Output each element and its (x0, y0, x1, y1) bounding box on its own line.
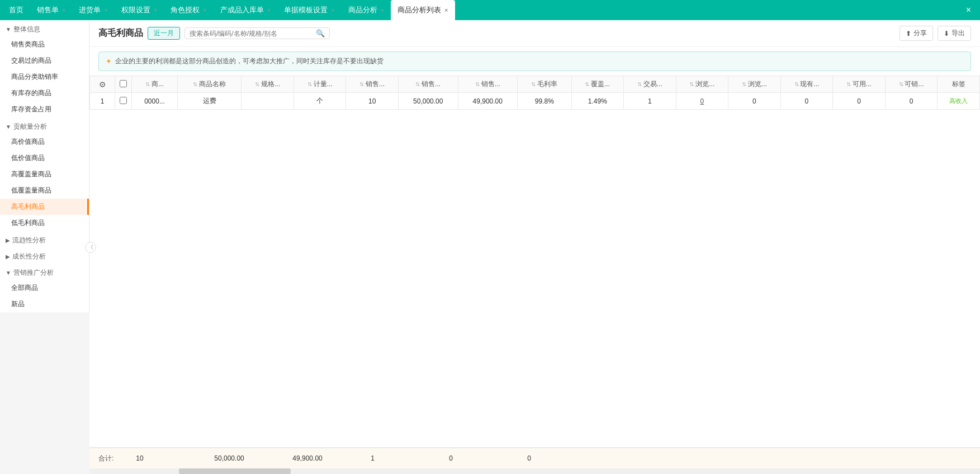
search-box: 🔍 (184, 27, 330, 39)
sidebar-item-traded-goods[interactable]: 交易过的商品 (0, 53, 89, 69)
sidebar-item-stock-fund[interactable]: 库存资金占用 (0, 101, 89, 118)
col-current-stock[interactable]: 现有... (780, 76, 833, 93)
nav-sales[interactable]: 销售单 × (30, 0, 72, 20)
select-all-checkbox[interactable] (120, 80, 127, 87)
content-title: 高毛利商品 (98, 27, 143, 39)
table-row: 1 0000... 运费 个 10 50,000.00 49,900.00 99… (90, 93, 980, 110)
search-input[interactable] (190, 30, 316, 37)
row-code: 0000... (132, 93, 177, 110)
nav-role[interactable]: 角色授权 × (164, 0, 213, 20)
col-browse2[interactable]: 浏览... (728, 76, 781, 93)
col-name[interactable]: 商品名称 (177, 76, 242, 93)
row-tag: 高收入 (938, 93, 980, 110)
nav-close-purchase[interactable]: × (104, 7, 107, 13)
nav-close-sales[interactable]: × (62, 7, 65, 13)
sidebar-item-in-stock[interactable]: 有库存的商品 (0, 85, 89, 101)
search-icon[interactable]: 🔍 (316, 29, 325, 37)
sidebar-item-low-value[interactable]: 低价值商品 (0, 150, 89, 166)
col-transaction[interactable]: 交易... (624, 76, 676, 93)
nav-goods-analysis-list[interactable]: 商品分析列表 × (391, 0, 455, 20)
sidebar-item-sales-goods[interactable]: 销售类商品 (0, 36, 89, 53)
col-spec[interactable]: 规格... (242, 76, 294, 93)
nav-permission[interactable]: 权限设置 × (115, 0, 164, 20)
sidebar-item-low-coverage[interactable]: 低覆盖量商品 (0, 182, 89, 199)
export-icon: ⬇ (944, 30, 949, 37)
row-sales-cost: 49,900.00 (458, 93, 518, 110)
total-transaction: 1 (371, 454, 415, 462)
nav-product-inbound[interactable]: 产成品入库单 × (214, 0, 277, 20)
col-code[interactable]: 商... (132, 76, 177, 93)
time-filter-recent-month[interactable]: 近一月 (148, 27, 180, 40)
bottom-scrollbar[interactable] (89, 468, 980, 474)
sidebar-item-high-margin[interactable]: 高毛利商品 (0, 199, 89, 215)
sidebar-collapse-btn[interactable]: 《 (85, 242, 96, 253)
row-browse2: 0 (728, 93, 781, 110)
col-sales-cost[interactable]: 销售... (458, 76, 518, 93)
sidebar-item-all-goods[interactable]: 全部商品 (0, 280, 89, 296)
total-label: 合计: (98, 454, 113, 463)
tip-icon: ✦ (106, 57, 112, 65)
nav-close-goods-analysis[interactable]: × (381, 7, 384, 13)
nav-close-role[interactable]: × (203, 7, 206, 13)
arrow-contribution: ▼ (6, 124, 11, 130)
bottom-scrollbar-thumb[interactable] (179, 468, 291, 474)
total-current-stock: 0 (449, 454, 494, 462)
total-sales-amount: 50,000.00 (214, 454, 259, 462)
row-checkbox[interactable] (115, 93, 132, 110)
row-name: 运费 (177, 93, 242, 110)
col-coverage[interactable]: 覆盖... (571, 76, 624, 93)
sidebar-group-trend[interactable]: ▶ 流趋性分析 (0, 231, 89, 247)
share-button[interactable]: ⬆ 分享 (899, 26, 933, 41)
col-browse1[interactable]: 浏览... (676, 76, 728, 93)
total-sales-cost: 49,900.00 (292, 454, 337, 462)
content-header: 高毛利商品 近一月 🔍 ⬆ 分享 ⬇ 导出 (89, 20, 980, 47)
settings-icon[interactable]: ⚙ (99, 80, 106, 89)
sidebar-group-marketing[interactable]: ▼ 营销推广分析 (0, 264, 89, 280)
row-sales-amount: 50,000.00 (398, 93, 458, 110)
row-unit: 个 (293, 93, 346, 110)
nav-template[interactable]: 单据模板设置 × (277, 0, 341, 20)
nav-purchase[interactable]: 进货单 × (72, 0, 114, 20)
table-body: 1 0000... 运费 个 10 50,000.00 49,900.00 99… (90, 93, 980, 110)
sidebar-item-high-value[interactable]: 高价值商品 (0, 134, 89, 150)
export-button[interactable]: ⬇ 导出 (938, 26, 971, 41)
col-sales-qty[interactable]: 销售... (346, 76, 399, 93)
row-current-stock: 0 (780, 93, 833, 110)
nav-close-product-inbound[interactable]: × (267, 7, 271, 13)
nav-home[interactable]: 首页 (2, 0, 30, 20)
window-close-button[interactable]: × (959, 5, 978, 15)
table-wrapper: ⚙ 商... 商品名称 规格... 计量... 销售... 销售... 销售..… (89, 76, 980, 447)
share-icon: ⬆ (906, 30, 911, 37)
sidebar-item-new-goods[interactable]: 新品 (0, 296, 89, 312)
sidebar-group-contribution[interactable]: ▼ 贡献量分析 (0, 118, 89, 134)
sidebar-item-high-coverage[interactable]: 高覆盖量商品 (0, 166, 89, 182)
col-unit[interactable]: 计量... (293, 76, 346, 93)
nav-goods-analysis[interactable]: 商品分析 × (342, 0, 391, 20)
row-gross-rate: 99.8% (518, 93, 572, 110)
nav-close-template[interactable]: × (331, 7, 334, 13)
nav-close-goods-analysis-list[interactable]: × (444, 7, 448, 13)
col-checkbox[interactable] (115, 76, 132, 93)
sidebar-item-low-margin[interactable]: 低毛利商品 (0, 215, 89, 231)
col-sales-amount[interactable]: 销售... (398, 76, 458, 93)
col-settings[interactable]: ⚙ (90, 76, 115, 93)
row-transaction: 1 (624, 93, 676, 110)
row-browse1[interactable]: 0 (676, 93, 728, 110)
top-nav: 首页 销售单 × 进货单 × 权限设置 × 角色授权 × 产成品入库单 × 单据… (0, 0, 980, 20)
main-layout: ▼ 整体信息 销售类商品 交易过的商品 商品分类助销率 有库存的商品 库存资金占… (0, 20, 980, 474)
col-gross-rate[interactable]: 毛利率 (518, 76, 572, 93)
sidebar-group-overall[interactable]: ▼ 整体信息 (0, 20, 89, 36)
table-header-row: ⚙ 商... 商品名称 规格... 计量... 销售... 销售... 销售..… (90, 76, 980, 93)
arrow-marketing: ▼ (6, 270, 11, 276)
total-sellable: 0 (527, 454, 572, 462)
nav-close-permission[interactable]: × (154, 7, 157, 13)
sidebar-item-category-rate[interactable]: 商品分类助销率 (0, 69, 89, 85)
sidebar-group-growth[interactable]: ▶ 成长性分析 (0, 247, 89, 264)
row-sales-qty: 10 (346, 93, 399, 110)
row-num: 1 (90, 93, 115, 110)
col-sellable[interactable]: 可销... (885, 76, 938, 93)
col-available[interactable]: 可用... (833, 76, 886, 93)
total-sales-qty: 10 (136, 454, 181, 462)
row-sellable: 0 (885, 93, 938, 110)
data-table: ⚙ 商... 商品名称 规格... 计量... 销售... 销售... 销售..… (89, 76, 980, 110)
